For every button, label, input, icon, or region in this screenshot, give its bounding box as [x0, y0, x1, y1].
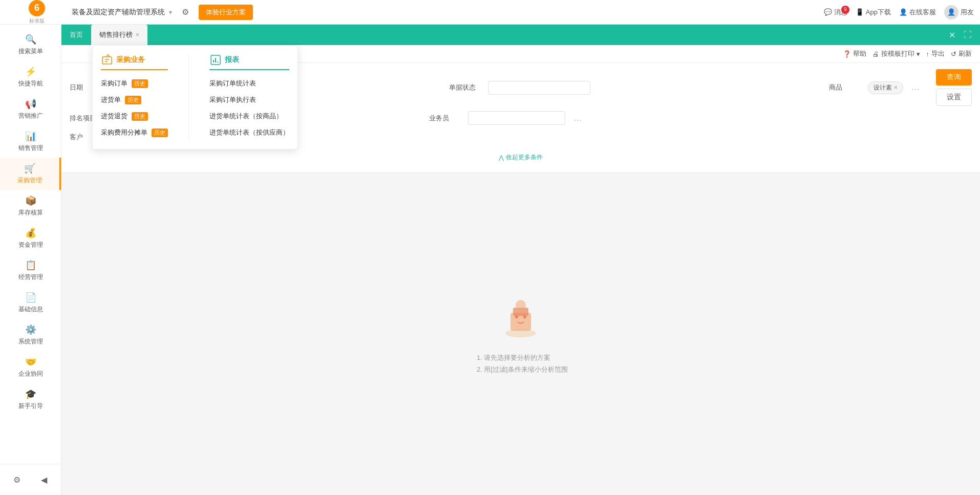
phone-icon: 📱	[856, 8, 864, 16]
collapse-label: 收起更多条件	[506, 153, 543, 162]
menu-item-receipt-stats-supplier[interactable]: 进货单统计表（按供应商）	[209, 124, 289, 141]
export-label: 导出	[931, 49, 945, 58]
menu-item-goods-return[interactable]: 进货退货 历史	[101, 108, 168, 124]
purchase-dropdown-menu: 采购业务 采购订单 历史 进货单 历史 进货退货 历史 采购费用分摊单 历史	[92, 45, 298, 149]
sales-icon: 📊	[25, 131, 36, 142]
empty-hint-1: 请先选择要分析的方案	[484, 352, 567, 363]
history-badge: 历史	[152, 128, 168, 137]
sidebar-item-label: 营销推广	[18, 112, 43, 120]
menu-item-label: 进货单统计表（按商品）	[209, 112, 283, 121]
empty-illustration	[495, 292, 546, 343]
export-button[interactable]: ↑ 导出	[926, 49, 945, 58]
refresh-button[interactable]: ↺ 刷新	[951, 49, 972, 58]
purchase-section-icon	[101, 54, 113, 66]
sidebar-item-search[interactable]: 🔍 搜索菜单	[0, 29, 61, 61]
history-badge: 历史	[132, 79, 148, 88]
flash-icon: ⚡	[25, 66, 36, 77]
empty-state: 请先选择要分析的方案 用[过滤]条件来缩小分析范围	[61, 173, 980, 495]
refresh-label: 刷新	[958, 49, 972, 58]
history-badge: 历史	[132, 112, 148, 121]
content-area: 首页 销售排行榜 × ✕ ⛶ ❓ 帮助 🖨 按模板打印 ▾ ↑	[61, 25, 980, 495]
sidebar-item-operations[interactable]: 📋 经营管理	[0, 254, 61, 287]
message-button[interactable]: 💬 消息 9	[824, 8, 847, 17]
menu-item-label: 进货单统计表（按供应商）	[209, 128, 289, 137]
sidebar-item-label: 快捷导航	[18, 79, 43, 88]
service-icon: 👤	[899, 8, 907, 16]
menu-item-purchase-expense[interactable]: 采购费用分摊单 历史	[101, 124, 168, 141]
sidebar-item-marketing[interactable]: 📢 营销推广	[0, 93, 61, 125]
sidebar-item-purchase[interactable]: 🛒 采购管理	[0, 158, 61, 190]
sidebar-item-label: 库存核算	[18, 208, 43, 217]
title-dropdown-icon[interactable]: ▾	[169, 9, 172, 16]
menu-item-label: 进货退货	[101, 112, 127, 121]
purchase-menu-section: 采购业务 采购订单 历史 进货单 历史 进货退货 历史 采购费用分摊单 历史	[101, 54, 168, 141]
gear-icon[interactable]: ⚙	[178, 5, 193, 19]
menu-item-purchase-order[interactable]: 采购订单 历史	[101, 75, 168, 92]
sidebar-item-sales[interactable]: 📊 销售管理	[0, 125, 61, 158]
print-button[interactable]: 🖨 按模板打印 ▾	[872, 49, 920, 58]
system-icon: ⚙️	[25, 324, 36, 335]
purchase-icon: 🛒	[24, 163, 35, 174]
sidebar-bottom-row: ⚙ ◀	[0, 468, 61, 491]
voucher-status-select[interactable]	[488, 81, 590, 95]
system-title-area: 装备及固定资产辅助管理系统 ▾ ⚙ 体验行业方案	[72, 5, 824, 20]
goods-label: 商品	[829, 83, 860, 92]
sidebar-item-inventory[interactable]: 📦 库存核算	[0, 190, 61, 222]
sidebar-bottom: ⚙ ◀	[0, 464, 61, 495]
sidebar-item-enterprise[interactable]: 🤝 企业协同	[0, 351, 61, 383]
sidebar-settings-button[interactable]: ⚙	[9, 471, 25, 488]
collapse-button[interactable]: ⋀ 收起更多条件	[70, 149, 972, 166]
app-download-button[interactable]: 📱 App下载	[856, 8, 891, 17]
tab-expand-button[interactable]: ⛶	[962, 28, 974, 41]
sidebar-item-label: 基础信息	[18, 305, 43, 314]
sidebar-item-finance[interactable]: 💰 资金管理	[0, 222, 61, 254]
search-icon: 🔍	[25, 34, 36, 45]
logo-label: 标准版	[29, 17, 45, 25]
top-right: 💬 消息 9 📱 App下载 👤 在线客服 👤 用友	[824, 5, 974, 19]
sidebar-item-system[interactable]: ⚙️ 系统管理	[0, 319, 61, 351]
menu-item-purchase-order-stats[interactable]: 采购订单统计表	[209, 75, 289, 92]
goods-more-button[interactable]: …	[911, 83, 920, 92]
sidebar-item-label: 采购管理	[17, 176, 42, 185]
tab-home[interactable]: 首页	[61, 25, 91, 45]
menu-item-receipt-stats-goods[interactable]: 进货单统计表（按商品）	[209, 108, 289, 124]
menu-item-goods-receipt[interactable]: 进货单 历史	[101, 92, 168, 108]
sidebar-item-basic-info[interactable]: 📄 基础信息	[0, 287, 61, 319]
print-dropdown-icon[interactable]: ▾	[917, 50, 920, 58]
sidebar-collapse-button[interactable]: ◀	[36, 471, 52, 488]
print-label: 按模板打印	[881, 49, 914, 58]
sidebar-item-guide[interactable]: 🎓 新手引导	[0, 383, 61, 416]
tab-close-icon[interactable]: ×	[136, 31, 139, 38]
sidebar-item-quick-nav[interactable]: ⚡ 快捷导航	[0, 61, 61, 93]
sidebar-item-label: 系统管理	[18, 337, 43, 346]
goods-tag-close[interactable]: ×	[894, 84, 898, 91]
logo-icon: 6	[29, 0, 45, 16]
user-menu[interactable]: 👤 用友	[944, 5, 974, 19]
salesperson-more-button[interactable]: …	[573, 114, 582, 123]
svg-point-4	[515, 315, 518, 318]
query-button[interactable]: 查询	[936, 69, 972, 85]
svg-point-3	[516, 300, 526, 310]
tab-close-button[interactable]: ✕	[947, 28, 957, 42]
tab-bar-right: ✕ ⛶	[947, 28, 980, 42]
sidebar: 🔍 搜索菜单 ⚡ 快捷导航 📢 营销推广 📊 销售管理 🛒 采购管理 📦 库存核…	[0, 25, 61, 495]
sidebar-item-label: 销售管理	[18, 144, 43, 153]
online-service-button[interactable]: 👤 在线客服	[899, 8, 936, 17]
tab-sales-ranking[interactable]: 销售排行榜 ×	[91, 25, 147, 45]
history-badge: 历史	[125, 96, 141, 104]
goods-tag-text: 设计素	[874, 83, 892, 92]
guide-icon: 🎓	[25, 389, 36, 400]
industry-button[interactable]: 体验行业方案	[199, 5, 253, 20]
help-button[interactable]: ❓ 帮助	[843, 49, 866, 58]
sidebar-item-label: 企业协同	[18, 370, 43, 378]
salesperson-input[interactable]	[468, 111, 565, 125]
enterprise-icon: 🤝	[25, 356, 36, 368]
report-section-icon	[209, 54, 222, 66]
setting-button[interactable]: 设置	[936, 89, 972, 106]
report-menu-section: 报表 采购订单统计表 采购订单执行表 进货单统计表（按商品） 进货单统计表（按供…	[209, 54, 289, 141]
menu-item-purchase-order-exec[interactable]: 采购订单执行表	[209, 92, 289, 108]
message-badge: 9	[841, 6, 849, 14]
help-icon: ❓	[843, 50, 851, 58]
logo-area: 6 标准版	[6, 0, 68, 25]
voucher-status-label: 单据状态	[449, 83, 480, 92]
